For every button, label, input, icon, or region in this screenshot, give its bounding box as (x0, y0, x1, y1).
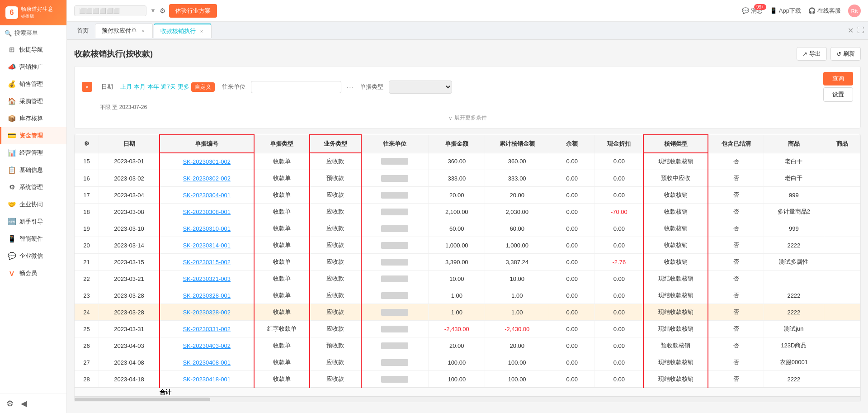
cell-biztype: 应收款 (310, 153, 361, 170)
maximize-window-icon[interactable]: ⛶ (857, 26, 864, 35)
sidebar-item-sales[interactable]: 💰销售管理 (0, 76, 66, 93)
table-row[interactable]: 28 2023-04-18 SK-20230418-001 收款单 应收款 ██… (75, 371, 860, 388)
sidebar-item-purchase[interactable]: 🏠采购管理 (0, 93, 66, 110)
sidebar-item-hardware[interactable]: 📱智能硬件 (0, 230, 66, 247)
billno-link[interactable]: SK-20230302-002 (183, 175, 231, 182)
message-icon: 💬 (742, 7, 749, 14)
col-header-inccleared[interactable]: 包含已结清 (708, 135, 764, 153)
sidebar-item-inventory[interactable]: 📦库存核算 (0, 110, 66, 127)
sidebar-item-operation[interactable]: 📊经营管理 (0, 144, 66, 161)
col-header-balance[interactable]: 余额 (549, 135, 595, 153)
table-row[interactable]: 25 2023-03-31 SK-20230331-002 红字收款单 应收款 … (75, 321, 860, 337)
filter-expand-btn[interactable]: » (82, 82, 92, 92)
col-header-biztype[interactable]: 业务类型 (310, 135, 361, 153)
billno-link[interactable]: SK-20230403-002 (183, 342, 231, 349)
sidebar-item-marketing[interactable]: 📣营销推广 (0, 58, 66, 76)
close-window-icon[interactable]: ✕ (848, 26, 854, 35)
partner-filter-input[interactable] (251, 81, 341, 93)
app-download-label: App下载 (779, 7, 801, 15)
col-header-billno[interactable]: 单据编号 (160, 135, 254, 153)
billno-link[interactable]: SK-20230304-001 (183, 192, 231, 199)
col-header-goods[interactable]: 商品 (764, 135, 824, 153)
settings-bottom-icon[interactable]: ⚙ (6, 399, 14, 408)
col-header-cumamount[interactable]: 累计核销金额 (485, 135, 549, 153)
tab-prepayment-close[interactable]: × (140, 28, 146, 34)
billno-link[interactable]: SK-20230408-001 (183, 359, 231, 366)
table-row[interactable]: 23 2023-03-28 SK-20230328-001 收款单 应收款 ██… (75, 287, 860, 304)
online-service-btn[interactable]: 🎧 在线客服 (808, 7, 841, 15)
app-download-btn[interactable]: 📱 App下载 (770, 7, 801, 15)
filter-settings-btn[interactable]: 设置 (823, 87, 853, 102)
app-sub: 标推版 (21, 13, 53, 19)
horizontal-scrollbar[interactable] (75, 396, 860, 402)
table-row[interactable]: 20 2023-03-14 SK-20230314-001 收款单 应收款 ██… (75, 237, 860, 254)
sidebar-item-member[interactable]: V畅会员 (0, 265, 66, 282)
table-row[interactable]: 17 2023-03-04 SK-20230304-001 收款单 应收款 ██… (75, 187, 860, 204)
billno-link[interactable]: SK-20230301-002 (183, 158, 231, 165)
billno-link[interactable]: SK-20230331-002 (183, 326, 231, 332)
filter-more-dates[interactable]: 更多 (178, 83, 189, 91)
billno-link[interactable]: SK-20230328-002 (183, 309, 231, 316)
expand-more-bar[interactable]: ∨ 展开更多条件 (82, 111, 853, 123)
refresh-btn[interactable]: ↺ 刷新 (830, 47, 861, 61)
export-btn[interactable]: ↗ 导出 (797, 47, 827, 61)
sidebar-item-system[interactable]: ⚙系统管理 (0, 179, 66, 196)
billno-link[interactable]: SK-20230418-001 (183, 376, 231, 383)
table-row[interactable]: 21 2023-03-15 SK-20230315-002 收款单 应收款 ██… (75, 254, 860, 271)
solution-btn[interactable]: 体验行业方案 (169, 4, 217, 18)
table-row[interactable]: 27 2023-04-08 SK-20230408-001 收款单 应收款 ██… (75, 354, 860, 371)
sidebar-item-wechat[interactable]: 💬企业微信 (0, 247, 66, 265)
topbar-gear-icon[interactable]: ⚙ (160, 7, 165, 15)
billno-link[interactable]: SK-20230308-001 (183, 209, 231, 215)
filter-last7[interactable]: 近7天 (161, 83, 176, 91)
table-row[interactable]: 16 2023-03-02 SK-20230302-002 收款单 预收款 ██… (75, 170, 860, 187)
sidebar-item-finance[interactable]: 💳资金管理 (0, 127, 66, 144)
collapse-sidebar-icon[interactable]: ◀ (21, 399, 27, 408)
col-header-partner[interactable]: 往来单位 (361, 135, 429, 153)
filter-this-month[interactable]: 本月 (134, 83, 146, 91)
cell-billtype: 收款单 (254, 371, 310, 388)
billtype-filter-select[interactable] (389, 81, 452, 94)
cell-goods2 (824, 170, 860, 187)
sidebar-item-basic[interactable]: 📋基础信息 (0, 161, 66, 179)
scrollbar-thumb[interactable] (75, 398, 210, 401)
billno-link[interactable]: SK-20230314-001 (183, 242, 231, 249)
sidebar-search[interactable]: 🔍 搜索菜单 (0, 25, 66, 41)
table-row[interactable]: 26 2023-04-03 SK-20230403-002 收款单 预收款 ██… (75, 337, 860, 354)
billno-link[interactable]: SK-20230315-002 (183, 259, 231, 266)
col-header-date[interactable]: 日期 (99, 135, 160, 153)
sidebar-item-quick[interactable]: ⊞快捷导航 (0, 41, 66, 58)
billno-link[interactable]: SK-20230321-003 (183, 275, 231, 282)
table-row[interactable]: 18 2023-03-08 SK-20230308-001 收款单 应收款 ██… (75, 204, 860, 220)
tab-prepayment[interactable]: 预付款应付单 × (95, 24, 153, 38)
tab-collection[interactable]: 收款核销执行 × (154, 24, 212, 38)
col-header-goods2[interactable]: 商品 (824, 135, 860, 153)
filter-this-year[interactable]: 本年 (147, 83, 159, 91)
sidebar-item-label: 经营管理 (19, 149, 43, 157)
table-row[interactable]: 22 2023-03-21 SK-20230321-003 收款单 应收款 ██… (75, 271, 860, 287)
address-bar[interactable]: ⬜⬜⬜⬜⬜⬜ (74, 5, 146, 16)
message-btn[interactable]: 💬 消息 99+ (742, 7, 763, 15)
query-btn[interactable]: 查询 (823, 72, 853, 85)
guide-icon: 🆕 (8, 218, 16, 226)
settings-col-icon[interactable]: ⚙ (84, 140, 90, 147)
billno-link[interactable]: SK-20230310-001 (183, 225, 231, 232)
filter-last-month[interactable]: 上月 (120, 83, 132, 91)
col-header-billtype[interactable]: 单据类型 (254, 135, 310, 153)
table-body: 15 2023-03-01 SK-20230301-002 收款单 应收款 ██… (75, 153, 860, 388)
filter-custom-btn[interactable]: 自定义 (191, 82, 215, 92)
table-row[interactable]: 15 2023-03-01 SK-20230301-002 收款单 应收款 ██… (75, 153, 860, 170)
table-row[interactable]: 19 2023-03-10 SK-20230310-001 收款单 应收款 ██… (75, 220, 860, 237)
filter-date-range: 不限 至 2023-07-26 (82, 104, 853, 111)
billno-link[interactable]: SK-20230328-001 (183, 292, 231, 299)
table-row[interactable]: 24 2023-03-28 SK-20230328-002 收款单 应收款 ██… (75, 304, 860, 321)
tab-home[interactable]: 首页 (71, 24, 95, 38)
user-avatar[interactable]: Rit (848, 5, 861, 17)
sidebar-item-enterprise[interactable]: 🤝企业协同 (0, 196, 66, 213)
col-header-cashdiscount[interactable]: 现金折扣 (595, 135, 643, 153)
col-header-amount[interactable]: 单据金额 (429, 135, 485, 153)
tab-collection-close[interactable]: × (198, 28, 205, 34)
sidebar-item-guide[interactable]: 🆕新手引导 (0, 213, 66, 230)
col-header-canctype[interactable]: 核销类型 (643, 135, 708, 153)
cell-amount: 100.00 (429, 354, 485, 371)
